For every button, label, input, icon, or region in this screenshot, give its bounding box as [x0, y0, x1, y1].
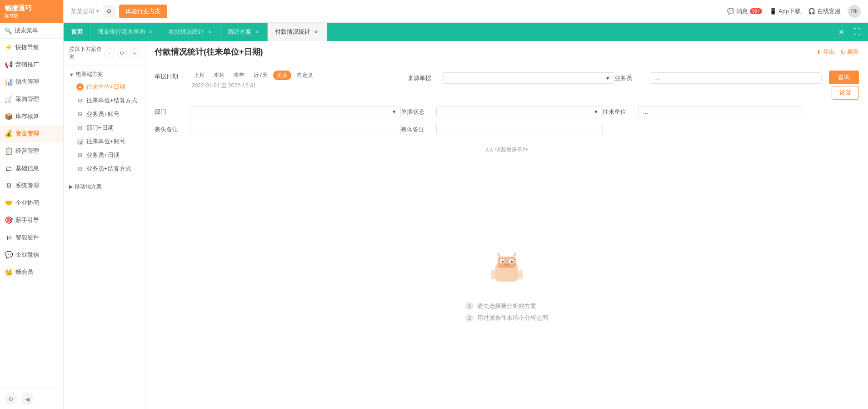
chevron-right-icon-mobile: ▶ — [69, 184, 73, 190]
user-avatar[interactable]: Rit — [848, 5, 861, 18]
grid-icon-5: ⊞ — [76, 165, 84, 172]
tree-item-unit-date[interactable]: ● 往来单位+日期 — [64, 80, 145, 94]
sidebar-item-guide[interactable]: 🎯 新手引导 — [0, 212, 63, 229]
online-service-action[interactable]: 🎧 在线客服 — [808, 7, 841, 15]
tree-item-dept-date[interactable]: ⊞ 部门+日期 — [64, 121, 145, 135]
sidebar-collapse-btn[interactable]: ◀ — [21, 393, 34, 405]
tree-item-staff-settle[interactable]: ⊞ 业务员+结算方式 — [64, 162, 145, 176]
tab-payment-stats-close[interactable]: ✕ — [207, 28, 213, 36]
tab-home-label: 首页 — [71, 28, 83, 36]
date-tab-more[interactable]: 更多 — [273, 71, 291, 80]
order-status-select[interactable]: ▾ — [436, 106, 603, 117]
messages-badge: 99+ — [750, 8, 762, 14]
tab-new-plan[interactable]: 新建方案 ✕ — [220, 23, 268, 41]
tab-new-plan-close[interactable]: ✕ — [254, 28, 260, 36]
sidebar-item-marketing[interactable]: 📢 营销推广 — [0, 56, 63, 73]
date-tab-this-year[interactable]: 本年 — [230, 71, 248, 80]
sidebar-item-wechat[interactable]: 💬 企业微信 — [0, 246, 63, 263]
query-btn[interactable]: 查询 — [829, 71, 859, 84]
query-settings-col: 查询 设置 — [822, 71, 859, 100]
sidebar-item-system[interactable]: ⚙ 系统管理 — [0, 177, 63, 194]
sidebar-item-label: 库存核算 — [15, 112, 39, 121]
counterpart-label: 往来单位 — [603, 108, 634, 116]
service-icon: 🎧 — [808, 8, 815, 15]
active-dot-icon: ● — [76, 83, 84, 91]
panel-collapse-btn[interactable]: » — [130, 48, 140, 58]
date-tab-7days[interactable]: 近7天 — [250, 71, 271, 80]
desktop-group-title[interactable]: ▼ 电脑端方案 — [64, 69, 145, 80]
date-tab-this-month[interactable]: 本月 — [210, 71, 228, 80]
dept-select[interactable]: ▾ — [190, 106, 401, 117]
tab-pay-stats-close[interactable]: ✕ — [313, 28, 319, 36]
staff-input[interactable] — [650, 72, 822, 84]
filter-settings-btn[interactable]: 设置 — [832, 86, 859, 100]
tree-item-dept-date-label: 部门+日期 — [86, 124, 114, 132]
mobile-group-title[interactable]: ▶ 移动端方案 — [64, 181, 145, 192]
tab-fullscreen-btn[interactable]: ⛶ — [851, 27, 863, 37]
counterpart-input[interactable] — [638, 106, 804, 117]
sidebar-item-label: 销售管理 — [15, 78, 39, 86]
sidebar-item-basic-info[interactable]: 🗂 基础信息 — [0, 160, 63, 177]
export-icon: ⬆ — [816, 49, 821, 56]
date-tab-custom[interactable]: 自定义 — [293, 71, 317, 80]
add-plan-btn[interactable]: + — [104, 48, 114, 58]
source-order-select[interactable]: ▾ — [443, 72, 615, 84]
trial-btn[interactable]: 体验行业方案 — [119, 5, 167, 18]
refresh-icon: ↻ — [840, 49, 845, 56]
sidebar-item-sales[interactable]: 📊 销售管理 — [0, 73, 63, 91]
staff-label: 业务员 — [614, 74, 646, 82]
phone-icon: 📱 — [769, 8, 777, 15]
tree-item-unit-date-label: 往来单位+日期 — [86, 83, 125, 91]
sidebar-item-hardware[interactable]: 🖥 智能硬件 — [0, 229, 63, 246]
tab-bank-close[interactable]: ✕ — [148, 28, 154, 36]
settings-small-icon: ⚙ — [120, 50, 125, 56]
header-note-input[interactable] — [190, 124, 401, 135]
tree-item-unit-account[interactable]: 📊 往来单位+账号 — [64, 135, 145, 148]
collapse-btn[interactable]: ∧∧ 收起更多条件 — [485, 143, 528, 156]
plan-settings-btn[interactable]: ⚙ — [117, 48, 127, 58]
tree-item-staff-date[interactable]: ⊞ 业务员+日期 — [64, 148, 145, 162]
settings-icon: ⚙ — [8, 396, 14, 403]
tree-item-staff-date-label: 业务员+日期 — [86, 151, 120, 159]
app-download-action[interactable]: 📱 App下载 — [769, 7, 801, 15]
tree-item-staff-account[interactable]: ⊞ 业务员+账号 — [64, 107, 145, 121]
sidebar-item-purchase[interactable]: 🛒 采购管理 — [0, 91, 63, 108]
sidebar-item-inventory[interactable]: 📦 库存核算 — [0, 108, 63, 125]
refresh-btn[interactable]: ↻ 刷新 — [840, 48, 859, 56]
member-icon: 👑 — [5, 268, 13, 276]
sidebar-item-label: 系统管理 — [15, 182, 39, 190]
sidebar-item-quick-nav[interactable]: ⚡ 快捷导航 — [0, 39, 63, 56]
company-selector[interactable]: 某某公司 ▾ — [71, 7, 99, 15]
gear-btn[interactable]: ⚙ — [103, 5, 115, 18]
svg-line-10 — [514, 253, 516, 257]
sidebar-item-label: 营销推广 — [15, 61, 39, 69]
mobile-group-label: 移动端方案 — [75, 183, 102, 191]
tree-item-unit-settle-label: 往来单位+结算方式 — [86, 96, 137, 105]
top-bar-right: 💬 消息 99+ 📱 App下载 🎧 在线客服 Rit — [727, 5, 861, 18]
basic-info-icon: 🗂 — [5, 164, 13, 172]
online-service-label: 在线客服 — [817, 7, 841, 15]
right-content: 付款情况统计(往来单位+日期) ⬆ 导出 ↻ 刷新 单 — [145, 41, 868, 409]
export-btn[interactable]: ⬆ 导出 — [816, 48, 835, 56]
tab-payment-stats[interactable]: 收款情况统计 ✕ — [161, 23, 220, 41]
sidebar-item-operation[interactable]: 📋 经营管理 — [0, 142, 63, 160]
cooperation-icon: 🤝 — [5, 199, 13, 207]
sidebar-search[interactable]: 🔍 搜索菜单 — [0, 23, 63, 39]
system-icon: ⚙ — [5, 182, 13, 190]
tab-pay-stats[interactable]: 付款情况统计 ✕ — [268, 23, 327, 41]
dropdown-icon: ▾ — [606, 75, 609, 81]
tree-item-unit-settle[interactable]: ⊞ 往来单位+结算方式 — [64, 94, 145, 107]
sidebar-item-finance[interactable]: 💰 资金管理 — [0, 125, 63, 142]
date-tab-last-month[interactable]: 上月 — [190, 71, 208, 80]
sidebar-settings-btn[interactable]: ⚙ — [5, 393, 17, 405]
messages-action[interactable]: 💬 消息 99+ — [727, 7, 762, 15]
tab-close-all-btn[interactable]: ✕ — [836, 27, 847, 37]
top-bar-left: 某某公司 ▾ ⚙ 体验行业方案 — [71, 5, 167, 18]
tab-home[interactable]: 首页 — [64, 23, 90, 41]
body-note-input[interactable] — [436, 124, 603, 135]
sidebar-item-cooperation[interactable]: 🤝 企业协同 — [0, 194, 63, 212]
sidebar-item-member[interactable]: 👑 畅会员 — [0, 263, 63, 281]
operation-icon: 📋 — [5, 147, 13, 155]
tab-bank[interactable]: 现金银行流水查询 ✕ — [90, 23, 161, 41]
tip-text-2: 用过滤条件来缩小分析范围 — [477, 314, 548, 322]
